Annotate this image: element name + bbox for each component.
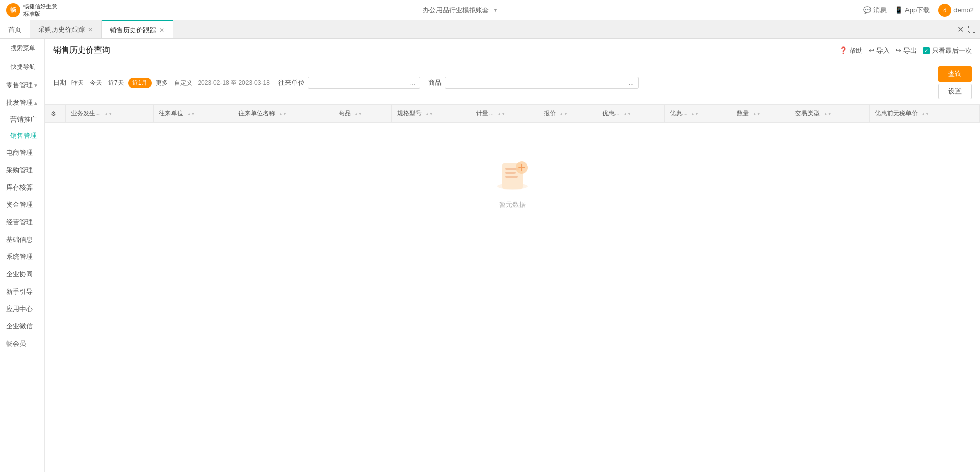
sidebar-item-app-center[interactable]: 应用中心 xyxy=(0,300,44,318)
date-label: 日期 xyxy=(53,78,66,87)
user-avatar-btn[interactable]: d demo2 xyxy=(938,4,974,17)
date-7days-btn[interactable]: 近7天 xyxy=(106,78,126,88)
page-title-row: 销售历史价查询 ❓ 帮助 ↩ 导入 ↪ 导出 ✓ xyxy=(53,45,972,56)
logo-area: 畅 畅捷信好生意 标准版 xyxy=(6,3,57,17)
col-quantity[interactable]: 数量 ▲▼ xyxy=(731,105,790,123)
svg-rect-4 xyxy=(505,176,518,178)
checkbox-icon: ✓ xyxy=(923,47,930,54)
wholesale-arrow-icon: ▲ xyxy=(33,100,38,106)
workspace-selector[interactable]: 办公用品行业模拟账套 ▼ xyxy=(423,6,498,15)
date-today-btn[interactable]: 今天 xyxy=(88,78,104,88)
sort-discount2-icon: ▲▼ xyxy=(691,112,699,116)
sidebar-item-marketing[interactable]: 营销推广 xyxy=(0,111,44,128)
tab-bar-actions: ✕ ⛶ xyxy=(957,20,980,38)
sidebar-item-finance[interactable]: 资金管理 xyxy=(0,196,44,214)
sidebar-item-enterprise-collab[interactable]: 企业协同 xyxy=(0,266,44,283)
message-icon: 💬 xyxy=(863,6,871,14)
sidebar-item-wholesale[interactable]: 批发管理 ▲ xyxy=(0,94,44,111)
partner-input[interactable]: ... xyxy=(308,77,420,89)
sort-pre-discount-price-icon: ▲▼ xyxy=(921,112,929,116)
message-btn[interactable]: 💬 消息 xyxy=(863,6,887,15)
logo-icon: 畅 xyxy=(6,3,20,17)
sidebar-item-purchase[interactable]: 采购管理 xyxy=(0,161,44,179)
sidebar: 搜索菜单 快捷导航 零售管理 ▼ 批发管理 ▲ 营销推广 销售管理 电商管理 采… xyxy=(0,39,45,472)
date-custom-btn[interactable]: 自定义 xyxy=(172,78,194,88)
col-spec[interactable]: 规格型号 ▲▼ xyxy=(391,105,471,123)
only-last-checkbox[interactable]: ✓ 只看最后一次 xyxy=(923,46,972,55)
empty-state: 暂元数据 xyxy=(45,123,980,240)
sort-trade-type-icon: ▲▼ xyxy=(824,112,832,116)
help-icon: ❓ xyxy=(839,46,847,54)
sidebar-item-system[interactable]: 系统管理 xyxy=(0,248,44,266)
table-container: ⚙ 业务发生... ▲▼ 往来单位 ▲▼ 往来单位名称 ▲▼ xyxy=(45,105,980,472)
export-btn[interactable]: ↪ 导出 xyxy=(896,46,917,55)
col-biz-date[interactable]: 业务发生... ▲▼ xyxy=(66,105,154,123)
tab-purchase-history[interactable]: 采购历史价跟踪 ✕ xyxy=(30,20,102,38)
sort-product-icon: ▲▼ xyxy=(354,112,362,116)
sidebar-item-retail[interactable]: 零售管理 ▼ xyxy=(0,77,44,94)
import-btn[interactable]: ↩ 导入 xyxy=(869,46,890,55)
app-download-btn[interactable]: 📱 App下载 xyxy=(895,6,930,15)
retail-arrow-icon: ▼ xyxy=(33,83,38,88)
col-product[interactable]: 商品 ▲▼ xyxy=(333,105,391,123)
query-btn[interactable]: 查询 xyxy=(938,66,972,82)
maximize-btn[interactable]: ⛶ xyxy=(968,25,976,34)
data-table: ⚙ 业务发生... ▲▼ 往来单位 ▲▼ 往来单位名称 ▲▼ xyxy=(45,105,980,123)
tab-sales-history[interactable]: 销售历史价跟踪 ✕ xyxy=(102,20,173,38)
sidebar-item-basic[interactable]: 基础信息 xyxy=(0,231,44,248)
col-discount1[interactable]: 优惠... ▲▼ xyxy=(597,105,664,123)
product-label: 商品 xyxy=(428,78,442,87)
close-purchase-history-tab[interactable]: ✕ xyxy=(88,27,93,33)
close-all-tabs-btn[interactable]: ✕ xyxy=(957,25,964,34)
top-bar: 畅 畅捷信好生意 标准版 办公用品行业模拟账套 ▼ 💬 消息 📱 App下载 d… xyxy=(0,0,980,20)
empty-text: 暂元数据 xyxy=(499,200,526,209)
sort-partner-code-icon: ▲▼ xyxy=(187,112,195,116)
svg-rect-3 xyxy=(505,172,516,174)
sidebar-quick-nav[interactable]: 快捷导航 xyxy=(0,58,44,77)
sidebar-item-enterprise-wechat[interactable]: 企业微信 xyxy=(0,318,44,335)
content-area: 销售历史价查询 ❓ 帮助 ↩ 导入 ↪ 导出 ✓ xyxy=(45,39,980,472)
col-discount2[interactable]: 优惠... ▲▼ xyxy=(664,105,731,123)
page-header-actions: ❓ 帮助 ↩ 导入 ↪ 导出 ✓ 只看最后一次 xyxy=(839,46,972,55)
col-price[interactable]: 报价 ▲▼ xyxy=(538,105,597,123)
close-sales-history-tab[interactable]: ✕ xyxy=(159,27,164,33)
sidebar-item-operations[interactable]: 经营管理 xyxy=(0,214,44,231)
settings-gear-icon[interactable]: ⚙ xyxy=(51,110,56,117)
main-layout: 搜索菜单 快捷导航 零售管理 ▼ 批发管理 ▲ 营销推广 销售管理 电商管理 采… xyxy=(0,39,980,472)
col-trade-type[interactable]: 交易类型 ▲▼ xyxy=(790,105,869,123)
col-unit[interactable]: 计量... ▲▼ xyxy=(471,105,538,123)
product-dots: ... xyxy=(629,79,634,86)
date-1month-btn[interactable]: 近1月 xyxy=(128,78,152,88)
app-download-icon: 📱 xyxy=(895,6,903,14)
date-yesterday-btn[interactable]: 昨天 xyxy=(69,78,86,88)
sort-spec-icon: ▲▼ xyxy=(425,112,433,116)
product-filter-group: 商品 ... xyxy=(428,77,639,89)
date-range-text: 2023-02-18 至 2023-03-18 xyxy=(198,79,270,87)
page-header: 销售历史价查询 ❓ 帮助 ↩ 导入 ↪ 导出 ✓ xyxy=(45,39,980,61)
product-input[interactable]: ... xyxy=(445,77,639,89)
date-more-btn[interactable]: 更多 xyxy=(154,78,170,88)
col-settings[interactable]: ⚙ xyxy=(45,105,66,123)
filter-action-btns: 查询 设置 xyxy=(938,66,972,99)
avatar: d xyxy=(938,4,951,17)
help-btn[interactable]: ❓ 帮助 xyxy=(839,46,863,55)
sidebar-item-ecommerce[interactable]: 电商管理 xyxy=(0,144,44,161)
partner-label: 往来单位 xyxy=(278,78,305,87)
sidebar-item-inventory[interactable]: 库存核算 xyxy=(0,179,44,196)
sidebar-item-newcomer[interactable]: 新手引导 xyxy=(0,283,44,300)
logo-text: 畅捷信好生意 标准版 xyxy=(23,3,57,17)
page-title: 销售历史价查询 xyxy=(53,45,110,56)
settings-btn[interactable]: 设置 xyxy=(938,84,972,99)
sort-unit-icon: ▲▼ xyxy=(497,112,505,116)
col-partner-name[interactable]: 往来单位名称 ▲▼ xyxy=(233,105,333,123)
partner-dots: ... xyxy=(410,79,415,86)
col-partner-code[interactable]: 往来单位 ▲▼ xyxy=(154,105,233,123)
sort-biz-date-icon: ▲▼ xyxy=(104,112,112,116)
sidebar-item-member[interactable]: 畅会员 xyxy=(0,335,44,352)
sort-partner-name-icon: ▲▼ xyxy=(279,112,287,116)
tab-home[interactable]: 首页 xyxy=(0,20,30,38)
sidebar-item-sales-mgmt[interactable]: 销售管理 xyxy=(0,128,44,144)
sidebar-search[interactable]: 搜索菜单 xyxy=(0,39,44,58)
empty-illustration xyxy=(492,153,533,194)
col-pre-discount-price[interactable]: 优惠前无税单价 ▲▼ xyxy=(869,105,979,123)
